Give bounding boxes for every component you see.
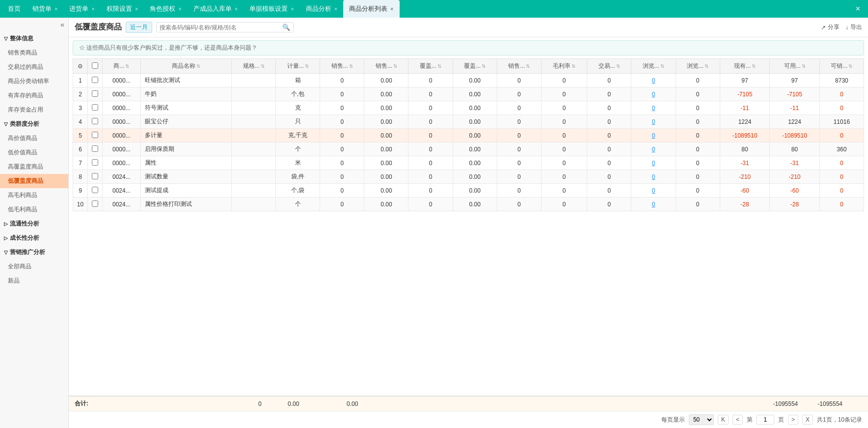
nav-close-finished-goods[interactable]: × (235, 6, 238, 12)
search-icon[interactable]: 🔍 (282, 24, 290, 31)
page-title: 低覆盖度商品 (75, 22, 122, 32)
last-page-button[interactable]: X (802, 415, 813, 425)
th-transaction[interactable]: 交易...⇅ (587, 59, 631, 74)
td-checkbox[interactable] (88, 129, 103, 143)
sidebar-collapse-button[interactable]: « (0, 18, 68, 31)
sidebar-item-low-value[interactable]: 低价值商品 (0, 145, 68, 160)
sidebar-section-marketing[interactable]: ▽ 营销推广分析 (0, 245, 68, 259)
row-checkbox[interactable] (92, 104, 98, 111)
sidebar-section-growth[interactable]: ▷ 成长性分析 (0, 231, 68, 245)
nav-item-purchase[interactable]: 进货单 × (63, 0, 100, 18)
sidebar-item-low-coverage[interactable]: 低覆盖度商品 (0, 174, 68, 188)
td-browse1[interactable]: 0 (631, 129, 676, 143)
sidebar-section-overall[interactable]: ▽ 整体信息 (0, 31, 68, 46)
nav-close-purchase[interactable]: × (91, 6, 94, 12)
sidebar-item-stock-capital[interactable]: 库存资金占用 (0, 103, 68, 117)
td-checkbox[interactable] (88, 170, 103, 184)
sidebar-section-flow[interactable]: ▷ 流通性分析 (0, 217, 68, 231)
nav-item-product-analysis[interactable]: 商品分析 × (300, 0, 343, 18)
th-browse1[interactable]: 浏览...⇅ (631, 59, 676, 74)
th-checkbox[interactable] (88, 59, 103, 74)
th-coverage2[interactable]: 覆盖...⇅ (453, 59, 497, 74)
td-checkbox[interactable] (88, 198, 103, 211)
row-checkbox[interactable] (92, 187, 98, 193)
page-input[interactable] (757, 415, 774, 425)
nav-item-roles[interactable]: 角色授权 × (144, 0, 187, 18)
nav-close-product-analysis[interactable]: × (334, 6, 337, 12)
row-checkbox[interactable] (92, 77, 98, 83)
th-sales-qty[interactable]: 销售...⇅ (320, 59, 364, 74)
td-checkbox[interactable] (88, 101, 103, 115)
nav-item-finished-goods[interactable]: 产成品入库单 × (188, 0, 244, 18)
sidebar-item-high-coverage[interactable]: 高覆盖度商品 (0, 160, 68, 174)
td-checkbox[interactable] (88, 156, 103, 170)
td-browse1[interactable]: 0 (631, 198, 676, 211)
sidebar-item-high-value[interactable]: 高价值商品 (0, 131, 68, 145)
next-page-button[interactable]: > (788, 415, 798, 425)
row-checkbox[interactable] (92, 90, 98, 97)
th-settings[interactable]: ⚙ (73, 59, 88, 74)
td-checkbox[interactable] (88, 74, 103, 87)
th-available[interactable]: 可用...⇅ (770, 59, 820, 74)
sidebar-item-low-margin[interactable]: 低毛利商品 (0, 202, 68, 217)
export-button[interactable]: ↓ 导出 (845, 23, 862, 31)
per-page-select[interactable]: 50 100 200 (689, 414, 714, 425)
sidebar-item-traded-goods[interactable]: 交易过的商品 (0, 60, 68, 74)
nav-close-analysis-list[interactable]: × (390, 6, 393, 12)
nav-close-sales[interactable]: × (54, 6, 57, 12)
td-checkbox[interactable] (88, 115, 103, 129)
row-checkbox[interactable] (92, 132, 98, 138)
nav-item-sales[interactable]: 销货单 × (27, 0, 63, 18)
row-checkbox[interactable] (92, 159, 98, 166)
td-browse1[interactable]: 0 (631, 184, 676, 198)
select-all-checkbox[interactable] (92, 62, 98, 69)
nav-item-permissions[interactable]: 权限设置 × (101, 0, 144, 18)
row-checkbox[interactable] (92, 145, 98, 152)
prev-page-button[interactable]: < (732, 415, 743, 425)
th-saleable[interactable]: 可销...⇅ (819, 59, 864, 74)
first-page-button[interactable]: K (718, 415, 729, 425)
window-close-button[interactable]: × (850, 4, 866, 13)
th-name[interactable]: 商品名称⇅ (140, 59, 231, 74)
share-button[interactable]: ↗ 分享 (821, 23, 840, 31)
td-browse1[interactable]: 0 (631, 156, 676, 170)
th-sales3[interactable]: 销售...⇅ (497, 59, 541, 74)
nav-item-analysis-list[interactable]: 商品分析列表 × (343, 0, 399, 18)
search-input[interactable] (160, 24, 282, 31)
sidebar-item-sales-goods[interactable]: 销售类商品 (0, 46, 68, 60)
row-checkbox[interactable] (92, 118, 98, 124)
sidebar-item-category-turnover[interactable]: 商品分类动销率 (0, 74, 68, 88)
th-gross[interactable]: 毛利率⇅ (541, 59, 587, 74)
th-spec[interactable]: 规格...⇅ (231, 59, 275, 74)
table-wrapper[interactable]: ⚙ 商...⇅ 商品名称⇅ 规格...⇅ 计量...⇅ 销售...⇅ 销售...… (69, 58, 868, 396)
sidebar-item-all-goods[interactable]: 全部商品 (0, 259, 68, 274)
period-button[interactable]: 近一月 (126, 22, 152, 33)
sidebar-item-high-margin[interactable]: 高毛利商品 (0, 188, 68, 202)
td-browse1[interactable]: 0 (631, 143, 676, 156)
th-sales-amt[interactable]: 销售...⇅ (364, 59, 408, 74)
td-browse1[interactable]: 0 (631, 170, 676, 184)
th-code[interactable]: 商...⇅ (103, 59, 141, 74)
th-browse2[interactable]: 浏览...⇅ (676, 59, 720, 74)
td-browse1[interactable]: 0 (631, 115, 676, 129)
td-browse1[interactable]: 0 (631, 74, 676, 87)
sidebar-section-diversity[interactable]: ▽ 类群度分析 (0, 117, 68, 131)
td-browse1[interactable]: 0 (631, 87, 676, 101)
th-unit[interactable]: 计量...⇅ (276, 59, 320, 74)
th-current-stock[interactable]: 现有...⇅ (720, 59, 770, 74)
nav-close-template-settings[interactable]: × (291, 6, 294, 12)
sidebar-item-in-stock[interactable]: 有库存的商品 (0, 88, 68, 103)
sidebar-item-new-products[interactable]: 新品 (0, 274, 68, 288)
th-coverage1[interactable]: 覆盖...⇅ (408, 59, 453, 74)
td-checkbox[interactable] (88, 184, 103, 198)
nav-close-permissions[interactable]: × (135, 6, 138, 12)
td-checkbox[interactable] (88, 143, 103, 156)
td-browse1[interactable]: 0 (631, 101, 676, 115)
row-checkbox[interactable] (92, 200, 98, 207)
row-checkbox[interactable] (92, 173, 98, 179)
nav-item-template-settings[interactable]: 单据模板设置 × (244, 0, 299, 18)
nav-close-roles[interactable]: × (178, 6, 181, 12)
td-checkbox[interactable] (88, 87, 103, 101)
td-gross: 0 (541, 170, 587, 184)
nav-item-home[interactable]: 首页 (2, 0, 27, 18)
